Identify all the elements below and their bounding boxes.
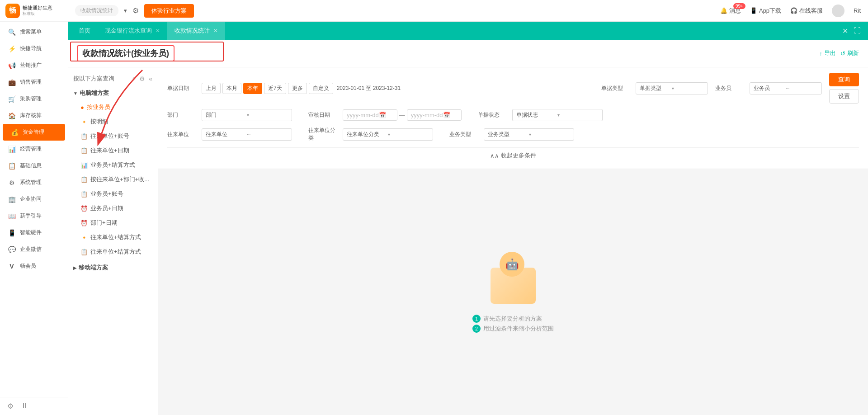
scheme-item-salesman-settle[interactable]: 📊 业务员+结算方式 [68, 158, 158, 172]
sidebar-item-search[interactable]: 🔍 搜索菜单 [0, 24, 68, 40]
online-service-button[interactable]: 🎧 在线客服 [790, 7, 823, 15]
counterparty-select[interactable]: 往来单位 ··· [202, 128, 292, 141]
scheme-item-dept-date[interactable]: ⏰ 部门+日期 [68, 216, 158, 230]
date-btn-last-month[interactable]: 上月 [202, 83, 221, 94]
dropdown-arrow-icon[interactable]: ▾ [124, 7, 127, 14]
scheme-item-detail[interactable]: 🔸 按明细 [68, 114, 158, 129]
app-download-button[interactable]: 📱 App下载 [750, 7, 781, 15]
date-btn-custom[interactable]: 自定义 [309, 83, 333, 94]
maximize-window-icon[interactable]: ⛶ [854, 27, 861, 35]
collapse-filter-button[interactable]: ∧∧ 收起更多条件 [167, 147, 859, 163]
sidebar-item-wechat[interactable]: 💬 企业微信 [0, 241, 68, 258]
empty-face: 🤖 [500, 252, 524, 277]
settings-button[interactable]: 设置 [829, 89, 859, 104]
doc-type-select[interactable]: 单据类型 ▾ [636, 82, 708, 94]
service-icon: 🎧 [790, 7, 797, 14]
sidebar-item-inventory[interactable]: 🏠 库存核算 [0, 107, 68, 124]
empty-tip-1: 请先选择要分析的方案 [483, 315, 542, 323]
sidebar-item-member[interactable]: V 畅会员 [0, 258, 68, 274]
collapse-filter-label: 收起更多条件 [501, 151, 536, 160]
counterparty-cat-arrow-icon: ▾ [388, 132, 429, 137]
settings-bottom-icon[interactable]: ⚙ [7, 402, 14, 410]
dept-label: 部门 [167, 111, 194, 119]
tab-bank-flow[interactable]: 现金银行流水查询 ✕ [98, 22, 167, 40]
filter-row-3: 往来单位 往来单位 ··· 往来单位分类 往来单位分类 ▾ 业务类型 业务类型 [167, 127, 859, 142]
biz-type-label: 业务类型 [449, 131, 476, 138]
scheme-collapse-icon[interactable]: « [149, 75, 152, 82]
page-title: 收款情况统计(按业务员) [82, 49, 169, 58]
sidebar-item-guide[interactable]: 📖 新手引导 [0, 208, 68, 224]
scheme-item-pdept-label: 按往来单位+部门+收... [90, 175, 149, 184]
header-settings-icon[interactable]: ⚙ [132, 6, 139, 15]
refresh-button[interactable]: ↺ 刷新 [840, 49, 859, 57]
empty-illustration: 🤖 [486, 250, 540, 304]
scheme-item-dd-icon: ⏰ [80, 220, 88, 226]
marketing-icon: 📢 [7, 62, 16, 69]
sidebar-label-wechat: 企业微信 [20, 245, 42, 253]
date-btn-this-year[interactable]: 本年 [243, 83, 262, 94]
scheme-item-salesman-label: 按业务员 [87, 103, 110, 111]
action-buttons: 查询 设置 [829, 73, 859, 104]
collapse-sidebar-icon[interactable]: ⏸ [21, 402, 28, 410]
sidebar-label-system: 系统管理 [20, 179, 42, 186]
scheme-settings-icon[interactable]: ⚙ [139, 75, 145, 82]
dept-placeholder: 部门 [206, 111, 247, 119]
date-separator: — [399, 112, 405, 118]
sidebar-item-system[interactable]: ⚙ 系统管理 [0, 174, 68, 191]
date-btn-more[interactable]: 更多 [288, 83, 307, 94]
salesman-arrow-icon: ··· [786, 86, 818, 91]
tab-home[interactable]: 首页 [71, 27, 98, 35]
scheme-group-desktop: ▼ 电脑端方案 ● 按业务员 🔸 按明细 📋 往来单位+账号 [68, 86, 158, 259]
sidebar-item-marketing[interactable]: 📢 营销推广 [0, 57, 68, 74]
group-expand-icon: ▼ [73, 91, 78, 96]
salesman-placeholder: 业务员 [754, 85, 786, 92]
scheme-item-partner-account[interactable]: 📋 往来单位+账号 [68, 129, 158, 143]
scheme-item-salesman-date[interactable]: ⏰ 业务员+日期 [68, 201, 158, 216]
export-button[interactable]: ↑ 导出 [820, 49, 836, 57]
biz-type-select[interactable]: 业务类型 ▾ [484, 128, 574, 141]
sidebar-item-purchase[interactable]: 🛒 采购管理 [0, 90, 68, 107]
sidebar-label-purchase: 采购管理 [20, 95, 42, 103]
logo-badge: 标准版 [23, 11, 52, 17]
message-button[interactable]: 🔔 消息 99+ [720, 7, 741, 15]
tab-collection-stats[interactable]: 收款情况统计 ✕ [167, 22, 225, 40]
sidebar-item-operation[interactable]: 📊 经营管理 [0, 141, 68, 157]
page-actions: ↑ 导出 ↺ 刷新 [820, 49, 859, 57]
tab-bank-flow-close[interactable]: ✕ [156, 28, 160, 34]
empty-tip-2: 用过滤条件来缩小分析范围 [483, 325, 554, 333]
scheme-add-icon[interactable]: + [132, 75, 136, 82]
scheme-item-salesman-account[interactable]: 📋 业务员+账号 [68, 187, 158, 201]
sidebar-item-corp[interactable]: 🏢 企业协同 [0, 191, 68, 208]
scheme-item-salesman[interactable]: ● 按业务员 [68, 100, 158, 114]
user-avatar[interactable] [832, 5, 844, 17]
scheme-item-partner-date[interactable]: 📋 往来单位+日期 [68, 143, 158, 158]
close-window-icon[interactable]: ✕ [842, 27, 848, 35]
date-btn-7days[interactable]: 近7天 [264, 83, 286, 94]
dept-select[interactable]: 部门 ▾ [202, 109, 292, 121]
sidebar-item-quicknav[interactable]: ⚡ 快捷导航 [0, 40, 68, 57]
review-date-end-input[interactable]: yyyy-mm-dd 📅 [407, 109, 462, 121]
biz-type-arrow-icon: ▾ [529, 132, 570, 137]
scheme-group-desktop-header[interactable]: ▼ 电脑端方案 [68, 86, 158, 100]
scheme-item-partner-settle2[interactable]: 📋 往来单位+结算方式 [68, 245, 158, 259]
sidebar-item-sales[interactable]: 💼 销售管理 [0, 74, 68, 90]
sidebar-item-capital[interactable]: 💰 资金管理 [3, 124, 65, 141]
review-date-start-placeholder: yyyy-mm-dd [347, 112, 379, 118]
scheme-item-partner-settle1[interactable]: 🔸 往来单位+结算方式 [68, 230, 158, 245]
trial-button[interactable]: 体验行业方案 [144, 4, 194, 18]
scheme-item-partner-dept[interactable]: 📋 按往来单位+部门+收... [68, 172, 158, 187]
review-date-start-input[interactable]: yyyy-mm-dd 📅 [343, 109, 397, 121]
sidebar-item-hardware[interactable]: 📱 智能硬件 [0, 224, 68, 241]
main-content: 收款情况统计 ▾ ⚙ 体验行业方案 🔔 消息 99+ 📱 App下载 🎧 在线客… [68, 0, 868, 415]
doc-type-placeholder: 单据类型 [640, 85, 672, 92]
doc-status-select[interactable]: 单据状态 ▾ [512, 109, 603, 121]
sidebar-item-basic[interactable]: 📋 基础信息 [0, 157, 68, 174]
tab-collection-stats-close[interactable]: ✕ [213, 28, 218, 34]
date-btn-this-month[interactable]: 本月 [222, 83, 241, 94]
scheme-group-mobile-header[interactable]: ▶ 移动端方案 [68, 261, 158, 274]
scheme-item-ps2-label: 往来单位+结算方式 [90, 248, 141, 256]
query-button[interactable]: 查询 [829, 73, 859, 86]
counterparty-cat-select[interactable]: 往来单位分类 ▾ [343, 128, 433, 141]
salesman-select[interactable]: 业务员 ··· [750, 82, 822, 94]
review-date-end-cal-icon: 📅 [443, 112, 450, 118]
